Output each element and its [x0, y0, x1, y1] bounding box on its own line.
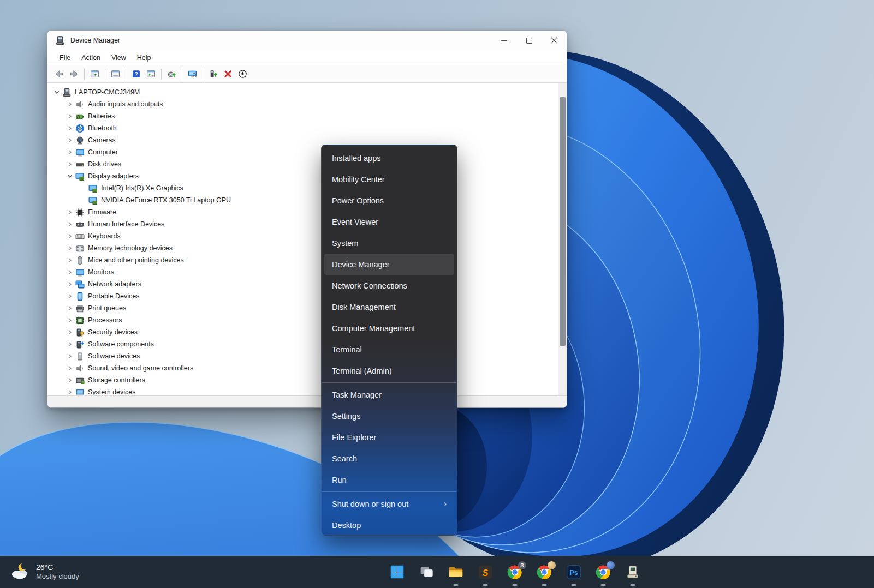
tree-item[interactable]: Network adapters	[47, 278, 567, 290]
tree-chevron-collapsed-icon[interactable]	[65, 244, 74, 253]
update-driver-button[interactable]	[206, 67, 221, 81]
tree-item[interactable]: Keyboards	[47, 230, 567, 242]
winx-item-terminal[interactable]: Terminal	[324, 339, 454, 360]
winx-item-run[interactable]: Run	[324, 469, 454, 490]
winx-item-shut-down-or-sign-out[interactable]: Shut down or sign out›	[324, 493, 454, 514]
tree-item[interactable]: Computer	[47, 146, 567, 158]
vertical-scrollbar[interactable]	[558, 83, 567, 395]
tree-chevron-collapsed-icon[interactable]	[65, 364, 74, 373]
taskbar-sublime-text-button[interactable]: S	[471, 556, 500, 588]
tree-item[interactable]: Security devices	[47, 326, 567, 338]
tree-item[interactable]: Intel(R) Iris(R) Xe Graphics	[47, 182, 567, 194]
tree-chevron-collapsed-icon[interactable]	[65, 304, 74, 313]
taskbar-chrome-profile-blue-button[interactable]	[588, 556, 618, 588]
tree-item[interactable]: Firmware	[47, 206, 567, 218]
tree-item[interactable]: Sound, video and game controllers	[47, 362, 567, 374]
tree-chevron-collapsed-icon[interactable]	[65, 352, 74, 361]
winx-item-search[interactable]: Search	[324, 448, 454, 469]
help-button[interactable]: ?	[129, 67, 144, 81]
taskbar-chrome-profile-avatar-button[interactable]	[530, 556, 559, 588]
minimize-button[interactable]	[491, 31, 516, 50]
tree-item[interactable]: System devices	[47, 386, 567, 395]
tree-item[interactable]: Processors	[47, 314, 567, 326]
tree-chevron-collapsed-icon[interactable]	[65, 388, 74, 396]
tree-chevron-collapsed-icon[interactable]	[65, 136, 74, 145]
tree-chevron-collapsed-icon[interactable]	[65, 376, 74, 385]
back-button[interactable]	[52, 67, 67, 81]
menu-help[interactable]: Help	[132, 52, 157, 63]
tree-chevron-expanded-icon[interactable]	[65, 172, 74, 181]
winx-item-network-connections[interactable]: Network Connections	[324, 275, 454, 296]
weather-widget[interactable]: 26°C Mostly cloudy	[5, 556, 84, 588]
tree-item[interactable]: Cameras	[47, 134, 567, 146]
remote-computer-button[interactable]	[185, 67, 200, 81]
properties-button[interactable]	[108, 67, 123, 81]
tree-chevron-collapsed-icon[interactable]	[65, 112, 74, 121]
winx-item-desktop[interactable]: Desktop	[324, 514, 454, 536]
forward-button[interactable]	[67, 67, 81, 81]
tree-item[interactable]: Audio inputs and outputs	[47, 98, 567, 110]
tree-chevron-collapsed-icon[interactable]	[65, 268, 74, 277]
running-indicator	[513, 584, 518, 586]
menu-view[interactable]: View	[106, 52, 132, 63]
tree-item[interactable]: Disk drives	[47, 158, 567, 170]
tree-item[interactable]: NVIDIA GeForce RTX 3050 Ti Laptop GPU	[47, 194, 567, 206]
tree-chevron-collapsed-icon[interactable]	[65, 280, 74, 289]
tree-item[interactable]: Storage controllers	[47, 374, 567, 386]
tree-chevron-collapsed-icon[interactable]	[65, 148, 74, 157]
winx-item-power-options[interactable]: Power Options	[324, 190, 454, 211]
winx-item-device-manager[interactable]: Device Manager	[324, 254, 454, 275]
winx-item-installed-apps[interactable]: Installed apps	[324, 147, 454, 169]
taskbar-task-view-button[interactable]	[412, 556, 441, 588]
tree-chevron-collapsed-icon[interactable]	[65, 160, 74, 169]
tree-item[interactable]: Human Interface Devices	[47, 218, 567, 230]
tree-chevron-expanded-icon[interactable]	[52, 88, 61, 97]
uninstall-device-button[interactable]	[221, 67, 235, 81]
tree-item[interactable]: Monitors	[47, 266, 567, 278]
winx-item-task-manager[interactable]: Task Manager	[324, 384, 454, 405]
tree-item[interactable]: Portable Devices	[47, 290, 567, 302]
action-pane-button[interactable]	[144, 67, 158, 81]
winx-item-disk-management[interactable]: Disk Management	[324, 296, 454, 317]
menu-file[interactable]: File	[54, 52, 76, 63]
taskbar-photoshop-button[interactable]: Ps	[559, 556, 588, 588]
tree-chevron-collapsed-icon[interactable]	[65, 124, 74, 133]
menu-action[interactable]: Action	[76, 52, 106, 63]
taskbar-file-explorer-button[interactable]	[441, 556, 471, 588]
taskbar-start-button[interactable]	[382, 556, 412, 588]
tree-chevron-collapsed-icon[interactable]	[65, 292, 74, 301]
show-tree-button[interactable]	[87, 67, 102, 81]
tree-chevron-collapsed-icon[interactable]	[65, 100, 74, 109]
tree-chevron-collapsed-icon[interactable]	[65, 220, 74, 229]
tree-chevron-collapsed-icon[interactable]	[65, 208, 74, 217]
tree-item[interactable]: LAPTOP-CMCJ349M	[47, 86, 567, 98]
taskbar-chrome-profile-r-button[interactable]: R	[500, 556, 530, 588]
tree-item[interactable]: Software components	[47, 338, 567, 350]
tree-chevron-collapsed-icon[interactable]	[65, 256, 74, 265]
winx-item-settings[interactable]: Settings	[324, 405, 454, 427]
disable-device-button[interactable]	[235, 67, 250, 81]
tree-chevron-collapsed-icon[interactable]	[65, 232, 74, 241]
winx-item-event-viewer[interactable]: Event Viewer	[324, 211, 454, 232]
tree-item[interactable]: Mice and other pointing devices	[47, 254, 567, 266]
tree-item[interactable]: Bluetooth	[47, 122, 567, 134]
titlebar[interactable]: Device Manager	[47, 31, 567, 50]
tree-item[interactable]: Display adapters	[47, 170, 567, 182]
winx-item-system[interactable]: System	[324, 232, 454, 254]
taskbar-device-manager-button[interactable]	[618, 556, 647, 588]
scrollbar-thumb[interactable]	[560, 97, 566, 346]
tree-chevron-collapsed-icon[interactable]	[65, 316, 74, 325]
tree-item[interactable]: Print queues	[47, 302, 567, 314]
scan-hardware-button[interactable]	[164, 67, 179, 81]
maximize-button[interactable]	[516, 31, 542, 50]
winx-item-mobility-center[interactable]: Mobility Center	[324, 169, 454, 190]
tree-chevron-collapsed-icon[interactable]	[65, 340, 74, 349]
tree-chevron-collapsed-icon[interactable]	[65, 328, 74, 337]
winx-item-computer-management[interactable]: Computer Management	[324, 317, 454, 339]
tree-item[interactable]: Software devices	[47, 350, 567, 362]
tree-item[interactable]: Memory technology devices	[47, 242, 567, 254]
close-button[interactable]	[542, 31, 567, 50]
tree-item[interactable]: Batteries	[47, 110, 567, 122]
winx-item-terminal-admin-[interactable]: Terminal (Admin)	[324, 360, 454, 381]
winx-item-file-explorer[interactable]: File Explorer	[324, 427, 454, 448]
